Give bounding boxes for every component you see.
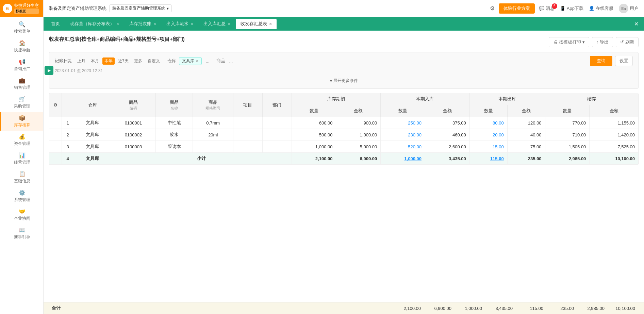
tab-close-icon[interactable]: ✕ (153, 22, 156, 26)
date-shortcut-this-year[interactable]: 本年 (102, 57, 115, 65)
cell-num: 2 (62, 129, 74, 141)
th-opening-amt: 金额 (336, 105, 381, 117)
tab-in-out-flow[interactable]: 出入库流水 ✕ (162, 19, 198, 29)
system-dropdown[interactable]: 装备及固定资产辅助管理系统 ▾ (109, 4, 172, 12)
th-goods-code: 商品编码 (111, 93, 156, 117)
date-shortcut-more[interactable]: 更多 (132, 57, 144, 65)
system-title-text: 装备及固定资产辅助管理系统 (49, 5, 106, 12)
cell-project (233, 117, 263, 129)
bottom-bar: 合计 2,100.00 6,900.00 1,000.00 3,435.00 1… (44, 302, 644, 314)
goods-more-btn[interactable]: ... (228, 59, 234, 64)
th-out-qty: 数量 (469, 105, 507, 117)
table-row: 3 文具库 0100003 采访本 1,000.00 5,000.00 520.… (49, 141, 638, 153)
sidebar-item-quick-nav[interactable]: 🏠 快捷导航 (0, 37, 43, 56)
experience-btn[interactable]: 体验行业方案 (499, 3, 535, 14)
sidebar-item-operations[interactable]: 📊 经营管理 (0, 149, 43, 168)
sidebar-item-system[interactable]: ⚙️ 系统管理 (0, 187, 43, 205)
settings-btn[interactable]: 设置 (615, 56, 633, 66)
th-department: 部门 (262, 93, 292, 117)
tab-home-label: 首页 (51, 21, 60, 27)
printer-icon: 🖨 (553, 39, 558, 45)
cell-department (262, 141, 292, 153)
user-action[interactable]: Ea 用户 (619, 4, 639, 13)
sidebar-item-label: 销售管理 (14, 85, 30, 90)
print-template-btn[interactable]: 🖨 按模板打印 ▾ (549, 37, 589, 47)
warehouse-more-btn[interactable]: ... (204, 59, 211, 64)
export-btn[interactable]: ↑ 导出 (592, 37, 613, 47)
sidebar-item-guide[interactable]: 📖 新手引导 (0, 224, 43, 243)
sidebar-item-label: 快捷导航 (14, 47, 30, 53)
app-download-action[interactable]: 📱 App下载 (560, 5, 583, 12)
cell-in-qty[interactable]: 230.00 (381, 129, 425, 141)
gear-icon[interactable]: ⚙ (490, 5, 495, 12)
refresh-btn[interactable]: ↺ 刷新 (616, 37, 639, 47)
cell-subtotal-num: 4 (62, 153, 74, 165)
sidebar-item-sales[interactable]: 💼 销售管理 (0, 75, 43, 93)
cell-department (262, 117, 292, 129)
cell-goods-spec: 0.7mm (193, 117, 233, 129)
goods-filter-group: 商品 ... (216, 58, 234, 64)
expand-more-btn[interactable]: ▾ 展开更多条件 (55, 77, 633, 85)
tab-home[interactable]: 首页 (46, 19, 65, 29)
warehouse-tag-close-icon[interactable]: ✕ (196, 59, 199, 63)
cell-out-amt: 120.00 (507, 117, 545, 129)
cell-num: 1 (62, 117, 74, 129)
tab-close-icon[interactable]: ✕ (116, 22, 119, 26)
th-goods-name: 商品名称 (155, 93, 193, 117)
date-shortcut-this-month[interactable]: 本月 (89, 57, 101, 65)
sidebar-item-search[interactable]: 🔍 搜索菜单 (0, 18, 43, 37)
warehouse-tag[interactable]: 文具库 ✕ (179, 57, 202, 65)
inventory-icon: 📦 (19, 115, 26, 121)
cell-subtotal-out-qty[interactable]: 115.00 (469, 153, 507, 165)
sidebar-item-base-info[interactable]: 📋 基础信息 (0, 168, 43, 187)
logo-text: 畅捷通好生意 (14, 3, 39, 9)
date-shortcuts: 上月 本月 本年 近7天 更多 自定义 (75, 57, 162, 65)
cell-out-qty[interactable]: 80.00 (469, 117, 507, 129)
cell-subtotal-in-qty[interactable]: 1,000.00 (381, 153, 425, 165)
total-in-amt: 3,435.00 (485, 306, 516, 311)
refresh-label: 刷新 (625, 39, 634, 45)
online-service-action[interactable]: 👤 在线客服 (589, 5, 613, 12)
cell-department (262, 129, 292, 141)
date-shortcut-prev-month[interactable]: 上月 (75, 57, 87, 65)
tab-in-out-summary[interactable]: 出入库汇总 ✕ (199, 19, 235, 29)
sidebar-item-finance[interactable]: 💰 资金管理 (0, 131, 43, 149)
tab-batch-ledger-label: 库存批次账 (129, 21, 151, 27)
cell-settings (49, 153, 62, 165)
total-balance-amt: 10,100.00 (608, 306, 639, 311)
date-shortcut-7days[interactable]: 近7天 (116, 57, 131, 65)
avatar: Ea (619, 4, 628, 13)
date-shortcut-custom[interactable]: 自定义 (146, 57, 162, 65)
sidebar-item-marketing[interactable]: 📢 营销推广 (0, 56, 43, 75)
th-opening-qty: 数量 (292, 105, 336, 117)
cell-in-qty[interactable]: 520.00 (381, 141, 425, 153)
user-label: 用户 (630, 5, 639, 12)
date-range-text: 2023-01-01 至 2023-12-31 (55, 68, 103, 73)
cell-in-qty[interactable]: 250.00 (381, 117, 425, 129)
tab-close-icon[interactable]: ✕ (269, 22, 272, 26)
tab-inventory-dist[interactable]: 现存量（库存分布表） ✕ (65, 19, 124, 29)
filter-toggle-btn[interactable]: ▶ (45, 66, 53, 75)
sidebar-item-purchase[interactable]: 🛒 采购管理 (0, 93, 43, 112)
total-in-qty: 1,000.00 (455, 306, 485, 311)
sidebar-item-inventory[interactable]: 📦 库存核算 (0, 112, 43, 131)
cell-out-qty[interactable]: 20.00 (469, 129, 507, 141)
sidebar-item-label: 营销推广 (14, 66, 30, 72)
query-btn[interactable]: 查询 (590, 56, 612, 66)
settings-gear-icon[interactable]: ⚙ (53, 102, 57, 108)
sidebar-item-label: 资金管理 (14, 141, 30, 147)
marketing-icon: 📢 (19, 59, 26, 65)
sidebar-item-enterprise[interactable]: 🤝 企业协同 (0, 205, 43, 224)
cell-project (233, 129, 263, 141)
cell-goods-name: 胶水 (155, 129, 193, 141)
cell-subtotal-warehouse: 文具库 (74, 153, 111, 165)
tab-close-icon[interactable]: ✕ (191, 22, 193, 26)
tab-recv-send-summary[interactable]: 收发存汇总表 ✕ (236, 19, 277, 29)
cell-out-qty[interactable]: 15.00 (469, 141, 507, 153)
total-balance-qty: 2,985.00 (577, 306, 608, 311)
messages-action[interactable]: 💬 消息 6 (539, 5, 555, 12)
tab-close-icon[interactable]: ✕ (228, 22, 230, 26)
tab-batch-ledger[interactable]: 库存批次账 ✕ (125, 19, 161, 29)
tab-bar-close-icon[interactable]: ✕ (631, 21, 641, 27)
sidebar-item-label: 搜索菜单 (14, 29, 30, 34)
